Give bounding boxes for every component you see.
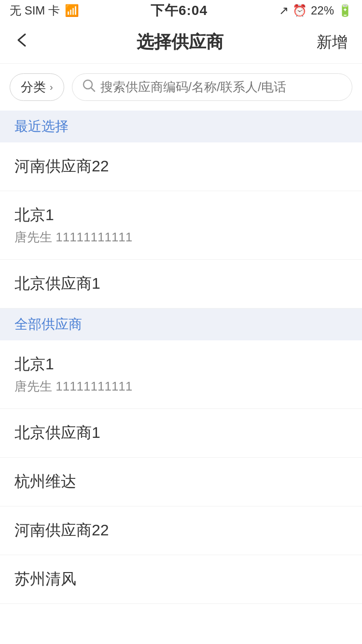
wifi-icon: 📶 [65, 4, 79, 17]
page-title: 选择供应商 [137, 30, 223, 54]
all-section-label: 全部供应商 [14, 317, 82, 332]
item-name: 北京1 [14, 205, 348, 226]
item-sub: 唐先生 11111111111 [14, 378, 348, 395]
item-name: 杭州维达 [14, 471, 348, 492]
chevron-right-icon: › [50, 82, 53, 93]
list-item[interactable]: 北京1唐先生 11111111111 [0, 340, 362, 409]
battery-icon: 🔋 [338, 4, 352, 17]
add-button[interactable]: 新增 [317, 32, 348, 53]
status-bar: 无 SIM 卡 📶 下午6:04 ↗ ⏰ 22% 🔋 [0, 0, 362, 21]
recent-section-header: 最近选择 [0, 111, 362, 142]
alarm-icon: ⏰ [292, 4, 307, 17]
status-right: ↗ ⏰ 22% 🔋 [279, 4, 352, 17]
item-name: 河南供应商22 [14, 520, 348, 541]
item-name: 苏州清风 [14, 569, 348, 590]
battery-level: 22% [311, 4, 334, 17]
back-button[interactable] [14, 29, 43, 55]
list-item[interactable]: 河南供应商22 [0, 142, 362, 191]
all-section-header: 全部供应商 [0, 308, 362, 340]
item-name: 北京1 [14, 354, 348, 375]
category-label: 分类 [21, 79, 46, 96]
item-name: 北京供应商1 [14, 273, 348, 294]
search-box [72, 73, 352, 101]
status-time: 下午6:04 [151, 1, 208, 20]
location-icon: ↗ [279, 4, 289, 17]
search-icon [82, 79, 96, 96]
search-input[interactable] [100, 80, 342, 95]
filter-bar: 分类 › [0, 64, 362, 111]
recent-section-label: 最近选择 [14, 119, 69, 134]
nav-bar: 选择供应商 新增 [0, 21, 362, 64]
list-item[interactable]: 苏州清风 [0, 555, 362, 604]
list-item[interactable]: 北京供应商1 [0, 409, 362, 458]
recent-list: 河南供应商22北京1唐先生 11111111111北京供应商1 [0, 142, 362, 308]
list-item[interactable]: 北京供应商1 [0, 260, 362, 308]
item-name: 北京供应商1 [14, 422, 348, 444]
all-list: 北京1唐先生 11111111111北京供应商1杭州维达河南供应商22苏州清风 [0, 340, 362, 604]
item-name: 河南供应商22 [14, 156, 348, 177]
list-item[interactable]: 河南供应商22 [0, 506, 362, 555]
item-sub: 唐先生 11111111111 [14, 229, 348, 246]
sim-label: 无 SIM 卡 [10, 3, 60, 18]
category-button[interactable]: 分类 › [10, 73, 64, 101]
list-item[interactable]: 杭州维达 [0, 458, 362, 506]
list-item[interactable]: 北京1唐先生 11111111111 [0, 191, 362, 260]
status-left: 无 SIM 卡 📶 [10, 3, 79, 18]
